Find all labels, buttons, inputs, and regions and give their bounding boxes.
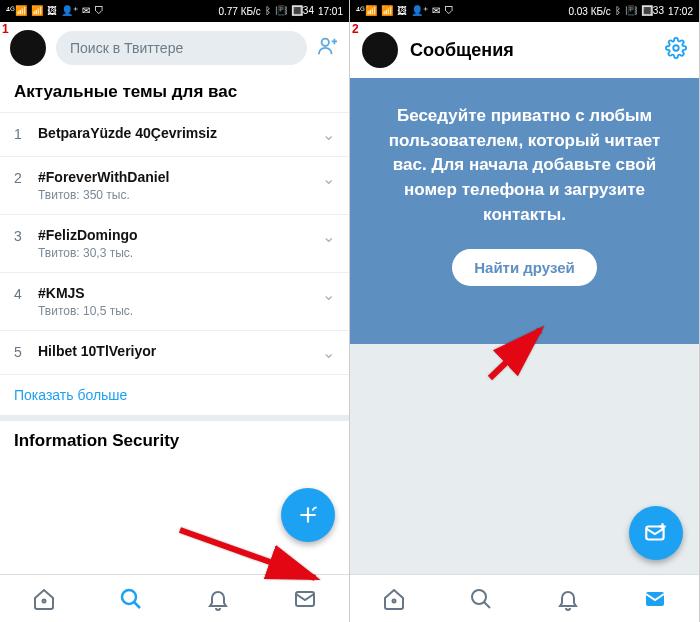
svg-point-1 [42, 599, 45, 602]
chevron-down-icon[interactable]: ⌄ [322, 227, 335, 246]
clock: 17:01 [318, 6, 343, 17]
chevron-down-icon[interactable]: ⌄ [322, 125, 335, 144]
photo-icon: 🖼 [47, 6, 57, 16]
annotation-marker: 1 [2, 22, 9, 36]
tab-home[interactable] [350, 575, 437, 622]
trend-item[interactable]: 4 #KMJSТвитов: 10,5 тыс. ⌄ [0, 273, 349, 331]
compose-fab[interactable] [281, 488, 335, 542]
add-person-icon[interactable] [317, 35, 339, 62]
chevron-down-icon[interactable]: ⌄ [322, 169, 335, 188]
shield-icon: ⛉ [444, 6, 454, 16]
tab-search[interactable] [437, 575, 524, 622]
net-speed: 0.77 КБ/с [218, 6, 260, 17]
chevron-down-icon[interactable]: ⌄ [322, 285, 335, 304]
svg-point-2 [122, 590, 136, 604]
person-add-icon: 👤⁺ [411, 6, 428, 16]
chevron-down-icon[interactable]: ⌄ [322, 343, 335, 362]
onboarding-text: Беседуйте приватно с любым пользователем… [374, 104, 675, 227]
tab-home[interactable] [0, 575, 87, 622]
svg-point-7 [472, 590, 486, 604]
search-input[interactable]: Поиск в Твиттере [56, 31, 307, 65]
signal-icon: ⁴ᴳ📶 [6, 6, 27, 16]
svg-point-6 [392, 599, 395, 602]
bluetooth-icon: ᛒ [615, 6, 621, 16]
search-placeholder: Поиск в Твиттере [70, 40, 183, 56]
screenshot-right: ⁴ᴳ📶 📶 🖼 👤⁺ ✉ ⛉ 0.03 КБ/с ᛒ 📳 🔳33 17:02 2… [350, 0, 700, 622]
mail-icon: ✉ [432, 6, 440, 16]
trend-item[interactable]: 3 #FelizDomingoТвитов: 30,3 тыс. ⌄ [0, 215, 349, 273]
photo-icon: 🖼 [397, 6, 407, 16]
clock: 17:02 [668, 6, 693, 17]
signal-icon: ⁴ᴳ📶 [356, 6, 377, 16]
vibrate-icon: 📳 [625, 6, 637, 16]
trend-item[interactable]: 1 BetparaYüzde 40Çevrimsiz ⌄ [0, 113, 349, 157]
tab-notifications[interactable] [525, 575, 612, 622]
info-security-heading: Information Security [0, 421, 349, 461]
signal2-icon: 📶 [381, 6, 393, 16]
avatar[interactable] [362, 32, 398, 68]
bluetooth-icon: ᛒ [265, 6, 271, 16]
empty-area [350, 344, 699, 574]
trend-item[interactable]: 5 Hilbet 10TlVeriyor ⌄ [0, 331, 349, 375]
show-more-link[interactable]: Показать больше [0, 375, 349, 421]
header: Поиск в Твиттере [0, 22, 349, 74]
tab-notifications[interactable] [175, 575, 262, 622]
battery-icon: 🔳33 [641, 6, 664, 16]
tab-search[interactable] [87, 575, 174, 622]
new-message-fab[interactable] [629, 506, 683, 560]
battery-icon: 🔳34 [291, 6, 314, 16]
status-bar: ⁴ᴳ📶 📶 🖼 👤⁺ ✉ ⛉ 0.77 КБ/с ᛒ 📳 🔳34 17:01 [0, 0, 349, 22]
net-speed: 0.03 КБ/с [568, 6, 610, 17]
page-title: Сообщения [410, 40, 653, 61]
find-friends-button[interactable]: Найти друзей [452, 249, 597, 286]
tab-messages[interactable] [612, 575, 699, 622]
gear-icon[interactable] [665, 37, 687, 64]
trends-title: Актуальные темы для вас [0, 74, 349, 113]
status-bar: ⁴ᴳ📶 📶 🖼 👤⁺ ✉ ⛉ 0.03 КБ/с ᛒ 📳 🔳33 17:02 [350, 0, 699, 22]
screenshot-left: ⁴ᴳ📶 📶 🖼 👤⁺ ✉ ⛉ 0.77 КБ/с ᛒ 📳 🔳34 17:01 1… [0, 0, 350, 622]
onboarding-panel: Беседуйте приватно с любым пользователем… [350, 78, 699, 344]
person-add-icon: 👤⁺ [61, 6, 78, 16]
header: Сообщения [350, 22, 699, 78]
tab-messages[interactable] [262, 575, 349, 622]
mail-icon: ✉ [82, 6, 90, 16]
svg-point-4 [673, 45, 679, 51]
vibrate-icon: 📳 [275, 6, 287, 16]
annotation-marker: 2 [352, 22, 359, 36]
trend-item[interactable]: 2 #ForeverWithDanielТвитов: 350 тыс. ⌄ [0, 157, 349, 215]
svg-point-0 [322, 38, 329, 45]
shield-icon: ⛉ [94, 6, 104, 16]
tab-bar [350, 574, 699, 622]
tab-bar [0, 574, 349, 622]
signal2-icon: 📶 [31, 6, 43, 16]
avatar[interactable] [10, 30, 46, 66]
